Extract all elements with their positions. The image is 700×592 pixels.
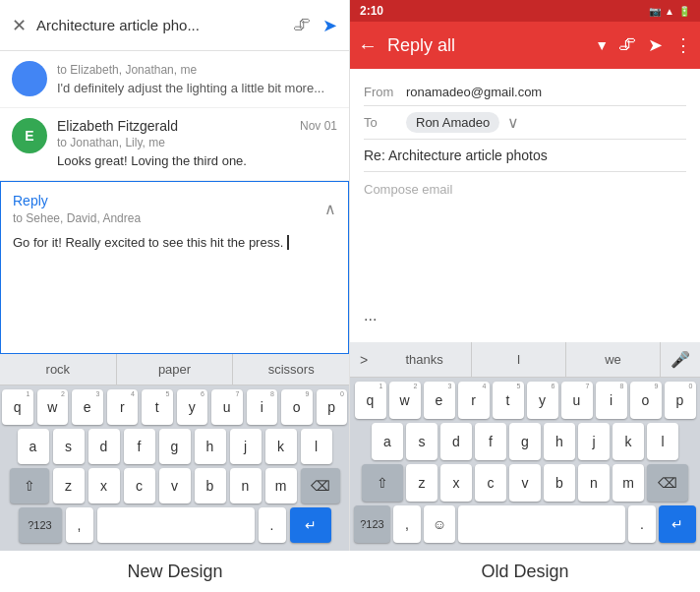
more-icon[interactable]: ⋮ [674,34,692,56]
avatar [12,61,47,96]
key-m[interactable]: m [265,468,297,503]
suggestion-thanks[interactable]: thanks [378,342,472,377]
period-key[interactable]: . [628,505,656,543]
key-c[interactable]: c [475,464,506,502]
key-j[interactable]: j [578,423,610,460]
delete-key[interactable]: ⌫ [647,464,688,502]
thread-item: E Elizabeth Fitzgerald Nov 01 to Jonatha… [0,108,349,181]
suggestion-i[interactable]: I [472,342,566,377]
reply-body[interactable]: Go for it! Really excited to see this hi… [13,233,336,253]
app-header: ← Reply all ▼ 🖇 ➤ ⋮ [350,22,700,69]
suggestion-scissors[interactable]: scissors [233,354,349,385]
key-n[interactable]: n [578,464,610,502]
key-l[interactable]: l [301,429,332,464]
key-row-3: ⇧ z x c v b n m ⌫ [2,468,347,503]
key-t[interactable]: 5t [493,382,524,419]
thread-item: to Elizabeth, Jonathan, me I'd definitel… [0,51,349,108]
emoji-key[interactable]: ☺ [424,505,455,543]
enter-key[interactable]: ↵ [290,507,331,543]
key-y[interactable]: 6y [177,389,208,425]
key-m[interactable]: m [612,464,644,502]
compose-body-placeholder[interactable]: Compose email [364,172,686,307]
key-f[interactable]: f [475,423,506,460]
space-key[interactable] [97,507,255,543]
key-h[interactable]: h [544,423,575,460]
back-icon[interactable]: ← [358,34,378,57]
key-j[interactable]: j [230,429,262,464]
new-design-label: New Design [0,551,350,592]
key-s[interactable]: s [53,429,85,464]
delete-key[interactable]: ⌫ [301,468,340,503]
key-e[interactable]: 3e [424,382,455,419]
thread-top: Elizabeth Fitzgerald Nov 01 [57,118,337,134]
new-design-panel: ✕ Architecture article pho... 🖇 ➤ to Eli… [0,0,350,551]
suggestion-we[interactable]: we [566,342,661,377]
key-a[interactable]: a [372,423,403,460]
key-k[interactable]: k [265,429,297,464]
num-key[interactable]: ?123 [19,507,62,543]
key-t[interactable]: 5t [142,389,173,425]
send-icon[interactable]: ➤ [322,15,337,36]
period-key[interactable]: . [259,507,286,543]
key-l[interactable]: l [647,423,678,460]
key-o[interactable]: 9o [281,389,313,425]
key-x[interactable]: x [440,464,472,502]
key-n[interactable]: n [230,468,262,503]
key-s[interactable]: s [406,423,438,460]
key-i[interactable]: 8i [247,389,278,425]
key-d[interactable]: d [88,429,120,464]
suggestion-rock[interactable]: rock [0,354,117,385]
key-z[interactable]: z [53,468,85,503]
key-d[interactable]: d [440,423,472,460]
comma-key[interactable]: , [393,505,421,543]
key-g[interactable]: g [159,429,191,464]
key-u[interactable]: 7u [211,389,243,425]
key-v[interactable]: v [509,464,541,502]
space-key[interactable] [458,505,625,543]
key-u[interactable]: 7u [561,382,593,419]
battery-icon: 🔋 [678,6,690,17]
left-header: ✕ Architecture article pho... 🖇 ➤ [0,0,349,51]
key-w[interactable]: 2w [389,382,421,419]
key-q[interactable]: 1q [2,389,33,425]
key-z[interactable]: z [406,464,438,502]
key-p[interactable]: 0p [317,389,348,425]
key-e[interactable]: 3e [72,389,103,425]
to-chip[interactable]: Ron Amadeo [406,112,499,133]
key-c[interactable]: c [124,468,155,503]
send-icon[interactable]: ➤ [648,34,663,56]
comma-key[interactable]: , [66,507,93,543]
key-q[interactable]: 1q [355,382,386,419]
key-b[interactable]: b [195,468,226,503]
old-design-label: Old Design [350,551,700,592]
key-r[interactable]: 4r [107,389,139,425]
key-rows-right: 1q 2w 3e 4r 5t 6y 7u 8i 9o 0p a s d f g [350,378,700,551]
key-x[interactable]: x [88,468,120,503]
key-p[interactable]: 0p [665,382,696,419]
key-i[interactable]: 8i [596,382,627,419]
attachment-icon[interactable]: 🖇 [618,34,636,56]
collapse-icon[interactable]: ∧ [324,200,336,218]
key-b[interactable]: b [544,464,575,502]
num-key[interactable]: ?123 [354,505,390,543]
key-o[interactable]: 9o [630,382,662,419]
attachment-icon[interactable]: 🖇 [293,15,311,36]
key-w[interactable]: 2w [37,389,69,425]
to-chevron[interactable]: ∨ [507,113,519,132]
suggestion-paper[interactable]: paper [117,354,234,385]
shift-key[interactable]: ⇧ [10,468,49,503]
close-icon[interactable]: ✕ [12,15,27,36]
key-f[interactable]: f [124,429,155,464]
mic-icon[interactable]: 🎤 [661,350,700,369]
enter-key[interactable]: ↵ [659,505,696,543]
dropdown-icon[interactable]: ▼ [595,37,609,53]
key-k[interactable]: k [612,423,644,460]
key-h[interactable]: h [195,429,226,464]
key-r[interactable]: 4r [458,382,490,419]
key-v[interactable]: v [159,468,191,503]
key-g[interactable]: g [509,423,541,460]
key-y[interactable]: 6y [527,382,558,419]
key-row-2: a s d f g h j k l [2,429,347,464]
shift-key[interactable]: ⇧ [362,464,403,502]
key-a[interactable]: a [18,429,49,464]
